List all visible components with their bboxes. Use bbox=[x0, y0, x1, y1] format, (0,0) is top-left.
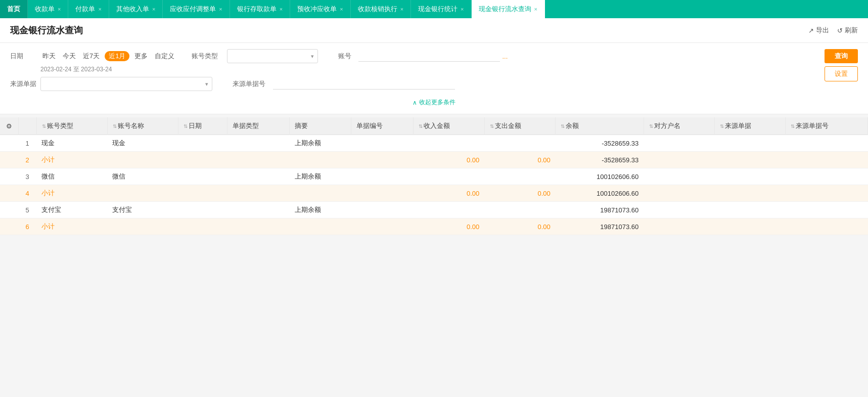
row-settings bbox=[0, 202, 18, 218]
account-type-label: 账号类型 bbox=[192, 52, 227, 61]
date-range-display: 2023-02-24 至 2023-03-24 bbox=[40, 66, 112, 73]
row-summary: 上期余额 bbox=[290, 135, 351, 152]
row-account-name: 现金 bbox=[107, 135, 178, 152]
row-index: 2 bbox=[18, 152, 36, 168]
account-type-select[interactable] bbox=[227, 49, 318, 63]
col-doc-no: 单据编号 bbox=[351, 117, 413, 135]
collapse-label: 收起更多条件 bbox=[419, 98, 455, 107]
col-summary: 摘要 bbox=[290, 117, 351, 135]
date-opt-yesterday[interactable]: 昨天 bbox=[40, 51, 58, 61]
col-counterpart[interactable]: ⇅对方户名 bbox=[644, 117, 714, 135]
close-icon[interactable]: × bbox=[400, 6, 403, 12]
nav-tab-qitashouru[interactable]: 其他收入单 × bbox=[109, 0, 163, 18]
row-account-type: 小计 bbox=[36, 185, 107, 202]
col-source-doc-no[interactable]: ⇅来源单据号 bbox=[786, 117, 868, 135]
collapse-bar[interactable]: ∧ 收起更多条件 bbox=[10, 95, 858, 110]
row-date bbox=[178, 185, 227, 202]
close-icon[interactable]: × bbox=[219, 6, 222, 12]
nav-tab-fukuandan[interactable]: 付款单 × bbox=[68, 0, 109, 18]
row-expense: 0.00 bbox=[484, 218, 555, 235]
nav-tab-yushou[interactable]: 预收冲应收单 × bbox=[290, 0, 350, 18]
row-counterpart bbox=[644, 185, 714, 202]
row-counterpart bbox=[644, 135, 714, 152]
date-opt-7days[interactable]: 近7天 bbox=[81, 51, 102, 61]
close-icon[interactable]: × bbox=[461, 6, 464, 12]
row-counterpart bbox=[644, 202, 714, 218]
row-balance: 19871073.60 bbox=[556, 202, 644, 218]
row-index: 5 bbox=[18, 202, 36, 218]
col-expense[interactable]: ⇅支出金额 bbox=[484, 117, 555, 135]
account-input[interactable] bbox=[358, 51, 500, 62]
col-index bbox=[18, 117, 36, 135]
nav-home[interactable]: 首页 bbox=[0, 0, 28, 18]
row-doc-type bbox=[227, 202, 289, 218]
row-summary bbox=[290, 218, 351, 235]
row-source-doc-no bbox=[786, 135, 868, 152]
nav-tab-yingshouyingfu[interactable]: 应收应付调整单 × bbox=[163, 0, 230, 18]
col-source-doc[interactable]: ⇅来源单据 bbox=[715, 117, 786, 135]
export-icon: ↗ bbox=[808, 27, 814, 34]
query-button[interactable]: 查询 bbox=[825, 49, 858, 63]
col-income[interactable]: ⇅收入金额 bbox=[414, 117, 484, 135]
filter-area: 日期 昨天 今天 近7天 近1月 更多 自定义 账号类型 账号 bbox=[0, 43, 868, 114]
row-summary: 上期余额 bbox=[290, 202, 351, 218]
row-doc-type bbox=[227, 218, 289, 235]
col-balance[interactable]: ⇅余额 bbox=[556, 117, 644, 135]
row-doc-type bbox=[227, 185, 289, 202]
close-icon[interactable]: × bbox=[340, 6, 343, 12]
row-doc-type bbox=[227, 152, 289, 168]
nav-tab-yinhangcun[interactable]: 银行存取款单 × bbox=[230, 0, 290, 18]
row-source-doc bbox=[715, 135, 786, 152]
date-opt-1month[interactable]: 近1月 bbox=[105, 51, 129, 61]
row-balance: -3528659.33 bbox=[556, 152, 644, 168]
col-account-type[interactable]: ⇅账号类型 bbox=[36, 117, 107, 135]
row-source-doc-no bbox=[786, 202, 868, 218]
nav-tab-xianjin-stat[interactable]: 现金银行统计 × bbox=[411, 0, 471, 18]
nav-tab-shoukuanhexiao[interactable]: 收款核销执行 × bbox=[351, 0, 411, 18]
row-doc-no bbox=[351, 185, 413, 202]
row-income bbox=[414, 135, 484, 152]
row-source-doc-no bbox=[786, 185, 868, 202]
table-row: 3 微信 微信 上期余额 100102606.60 bbox=[0, 168, 868, 185]
row-account-type: 小计 bbox=[36, 152, 107, 168]
col-doc-type: 单据类型 bbox=[227, 117, 289, 135]
source-doc-no-input[interactable] bbox=[273, 78, 455, 90]
table-row: 5 支付宝 支付宝 上期余额 19871073.60 bbox=[0, 202, 868, 218]
row-balance: -3528659.33 bbox=[556, 135, 644, 152]
close-icon[interactable]: × bbox=[152, 6, 155, 12]
setting-button[interactable]: 设置 bbox=[825, 66, 858, 81]
account-label: 账号 bbox=[338, 52, 358, 61]
close-icon[interactable]: × bbox=[534, 6, 537, 12]
row-account-type: 现金 bbox=[36, 135, 107, 152]
table-row: 4 小计 0.00 0.00 100102606.60 bbox=[0, 185, 868, 202]
date-opt-custom[interactable]: 自定义 bbox=[153, 51, 176, 61]
row-source-doc bbox=[715, 168, 786, 185]
row-counterpart bbox=[644, 218, 714, 235]
export-button[interactable]: ↗ 导出 bbox=[808, 26, 829, 35]
row-account-type: 支付宝 bbox=[36, 202, 107, 218]
close-icon[interactable]: × bbox=[58, 6, 61, 12]
col-date[interactable]: ⇅日期 bbox=[178, 117, 227, 135]
col-account-name[interactable]: ⇅账号名称 bbox=[107, 117, 178, 135]
nav-tab-xianjin-query[interactable]: 现金银行流水查询 × bbox=[472, 0, 545, 18]
row-income bbox=[414, 202, 484, 218]
nav-tab-shoukuandan[interactable]: 收款单 × bbox=[28, 0, 68, 18]
date-opt-today[interactable]: 今天 bbox=[61, 51, 78, 61]
row-income: 0.00 bbox=[414, 218, 484, 235]
data-table: ⚙ ⇅账号类型 ⇅账号名称 ⇅日期 单据类型 摘要 单据编号 ⇅收入金额 ⇅支出… bbox=[0, 117, 868, 235]
filter-row-sourcedoc: 来源单据 来源单据号 bbox=[10, 77, 814, 91]
source-doc-select[interactable] bbox=[40, 77, 212, 91]
account-dots-button[interactable]: ... bbox=[502, 53, 508, 60]
refresh-icon: ↺ bbox=[837, 27, 843, 34]
row-account-type: 微信 bbox=[36, 168, 107, 185]
refresh-button[interactable]: ↺ 刷新 bbox=[837, 26, 858, 35]
collapse-icon: ∧ bbox=[413, 99, 417, 106]
close-icon[interactable]: × bbox=[98, 6, 101, 12]
date-opt-more[interactable]: 更多 bbox=[132, 51, 150, 61]
row-doc-no bbox=[351, 152, 413, 168]
row-expense bbox=[484, 202, 555, 218]
close-icon[interactable]: × bbox=[280, 6, 283, 12]
row-account-name bbox=[107, 152, 178, 168]
row-index: 3 bbox=[18, 168, 36, 185]
col-settings[interactable]: ⚙ bbox=[0, 117, 18, 135]
